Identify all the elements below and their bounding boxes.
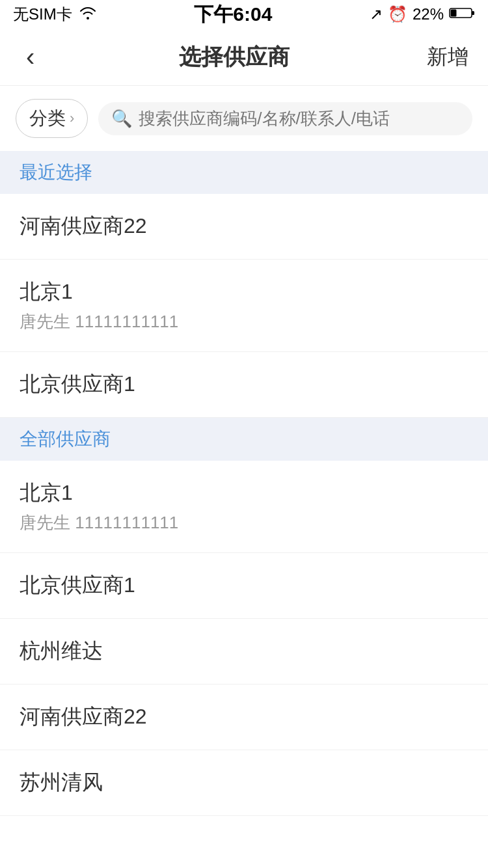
list-item[interactable]: 北京1唐先生 11111111111 (0, 260, 488, 352)
all-section-header: 全部供应商 (0, 418, 488, 461)
battery-icon (449, 5, 475, 23)
item-name: 河南供应商22 (20, 212, 468, 241)
status-bar: 无SIM卡 下午6:04 ↗ ⏰ 22% (0, 0, 488, 29)
category-button[interactable]: 分类 › (16, 99, 88, 138)
list-item[interactable]: 河南供应商22 (0, 685, 488, 750)
nav-bar: ‹ 选择供应商 新增 (0, 29, 488, 86)
list-item[interactable]: 北京1唐先生 11111111111 (0, 461, 488, 553)
time-display: 下午6:04 (194, 1, 272, 28)
list-item[interactable]: 杭州维达 (0, 619, 488, 685)
wifi-icon (79, 5, 97, 23)
item-name: 杭州维达 (20, 637, 468, 666)
item-name: 北京1 (20, 479, 468, 508)
item-name: 河南供应商22 (20, 703, 468, 731)
item-sub: 唐先生 11111111111 (20, 310, 468, 333)
all-section-label: 全部供应商 (20, 429, 111, 449)
item-sub: 唐先生 11111111111 (20, 511, 468, 534)
svg-rect-2 (450, 10, 456, 17)
recent-items-list: 河南供应商22北京1唐先生 11111111111北京供应商1 (0, 194, 488, 418)
recent-section-header: 最近选择 (0, 151, 488, 194)
item-name: 北京1 (20, 278, 468, 306)
back-button[interactable]: ‹ (20, 36, 41, 78)
status-right: ↗ ⏰ 22% (370, 5, 475, 23)
list-item[interactable]: 北京供应商1 (0, 553, 488, 619)
filter-bar: 分类 › 🔍 (0, 86, 488, 151)
chevron-right-icon: › (70, 110, 74, 127)
category-label: 分类 (29, 106, 66, 131)
search-icon: 🔍 (111, 109, 132, 129)
location-icon: ↗ (370, 5, 383, 23)
search-input[interactable] (139, 109, 459, 129)
alarm-icon: ⏰ (388, 5, 407, 23)
all-items-list: 北京1唐先生 11111111111北京供应商1杭州维达河南供应商22苏州清风 (0, 461, 488, 816)
search-box: 🔍 (98, 102, 472, 135)
item-name: 北京供应商1 (20, 571, 468, 600)
page-title: 选择供应商 (179, 42, 290, 72)
carrier-text: 无SIM卡 (13, 4, 72, 25)
status-left: 无SIM卡 (13, 4, 97, 25)
svg-rect-1 (472, 11, 474, 15)
list-item[interactable]: 河南供应商22 (0, 194, 488, 260)
list-item[interactable]: 北京供应商1 (0, 352, 488, 418)
battery-text: 22% (413, 5, 444, 23)
add-button[interactable]: 新增 (427, 43, 468, 72)
recent-section-label: 最近选择 (20, 162, 92, 182)
item-name: 北京供应商1 (20, 370, 468, 399)
item-name: 苏州清风 (20, 768, 468, 797)
list-item[interactable]: 苏州清风 (0, 750, 488, 816)
